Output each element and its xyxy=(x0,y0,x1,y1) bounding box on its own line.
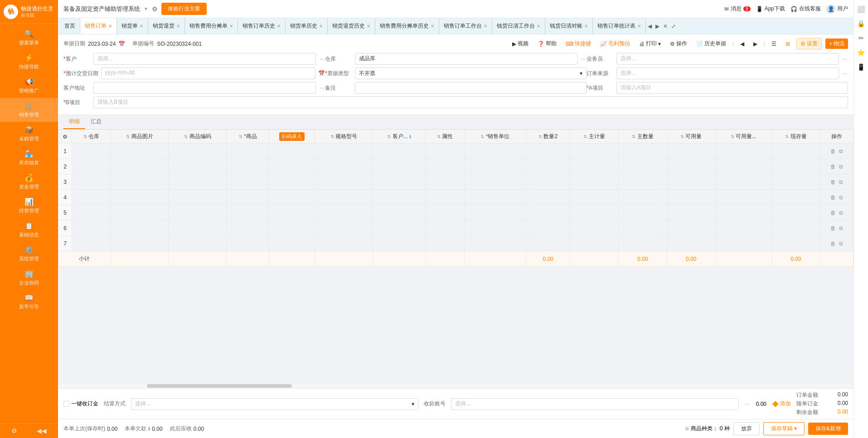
delivery-input[interactable]: yyyy-mm-dd xyxy=(101,67,315,79)
customer-input[interactable]: 选择... xyxy=(93,53,316,65)
address-more-icon[interactable]: ··· xyxy=(319,85,325,91)
col-spec[interactable]: ⇅ 规格型号 xyxy=(315,130,373,144)
account-more-icon[interactable]: ··· xyxy=(744,401,751,407)
tab-next[interactable]: ▶ xyxy=(654,23,661,29)
row-qty2[interactable] xyxy=(526,159,570,174)
row-delete-icon[interactable]: 🗑 xyxy=(830,148,836,154)
customer-more-icon[interactable]: ··· xyxy=(319,56,325,62)
row-main-unit[interactable] xyxy=(570,236,619,251)
row-copy-icon[interactable]: ⧉ xyxy=(839,225,843,231)
row-product[interactable] xyxy=(227,190,269,205)
row-spec[interactable] xyxy=(315,144,373,159)
tab-close-expense-history[interactable]: ✕ xyxy=(431,24,434,29)
right-panel-btn-4[interactable]: ⭐ xyxy=(856,47,867,58)
row-product-code[interactable] xyxy=(169,221,227,236)
row-stock[interactable] xyxy=(771,190,820,205)
row-available[interactable] xyxy=(667,159,715,174)
row-available[interactable] xyxy=(667,144,715,159)
search-circle-icon[interactable]: ⊙ xyxy=(685,425,689,432)
row-product-code[interactable] xyxy=(169,205,227,221)
col-customer-spec[interactable]: ⇅ 客户... ℹ xyxy=(373,130,426,144)
row-product[interactable] xyxy=(227,174,269,190)
row-warehouse[interactable] xyxy=(72,144,111,159)
row-delete-icon[interactable]: 🗑 xyxy=(830,241,836,247)
tab-close-sales-invoice[interactable]: ✕ xyxy=(140,24,143,29)
right-panel-btn-2[interactable]: 🔒 xyxy=(856,18,867,29)
row-main-unit[interactable] xyxy=(570,159,619,174)
tab-summary[interactable]: 汇总 xyxy=(85,115,107,129)
row-product-image[interactable] xyxy=(111,144,169,159)
profit-btn[interactable]: 📈毛利预估 xyxy=(597,39,633,48)
row-delete-icon[interactable]: 🗑 xyxy=(830,225,836,231)
add-btn[interactable]: 🔶 添加 xyxy=(772,400,791,408)
row-available2[interactable] xyxy=(715,221,771,236)
account-select[interactable]: 选择... xyxy=(451,398,738,410)
remarks-input[interactable] xyxy=(355,82,587,94)
row-attr[interactable] xyxy=(426,221,465,236)
tab-prev[interactable]: ◀ xyxy=(646,23,654,29)
invoice-type-select[interactable]: 不开票 ▾ xyxy=(355,67,587,79)
row-customer-spec[interactable] xyxy=(373,221,426,236)
salesperson-input[interactable]: 选择... xyxy=(616,53,839,65)
message-btn[interactable]: ✉ 消息 9 xyxy=(724,5,751,13)
col-available[interactable]: ⇅ 可用量 xyxy=(667,130,715,144)
sidebar-item-system[interactable]: ⚙️系统管理 xyxy=(0,242,58,266)
row-qty2[interactable] xyxy=(526,144,570,159)
date-value[interactable]: 2023-03-24 xyxy=(88,41,116,47)
tab-close-order-workbench[interactable]: ✕ xyxy=(484,24,487,29)
col-product-image[interactable]: ⇅ 商品图片 xyxy=(111,130,169,144)
tab-sales-invoice[interactable]: 销货单✕ xyxy=(117,18,148,34)
topbar-settings-icon[interactable]: ⚙ xyxy=(152,5,158,13)
row-customer-spec[interactable] xyxy=(373,159,426,174)
one-click-checkbox[interactable]: 一键收订金 xyxy=(63,400,98,408)
tab-summary[interactable]: 销售订单统计表✕ xyxy=(593,18,646,34)
row-delete-icon[interactable]: 🗑 xyxy=(830,210,836,216)
row-copy-icon[interactable]: ⧉ xyxy=(839,210,843,216)
row-product[interactable] xyxy=(227,221,269,236)
col-qty2[interactable]: ⇅ 数量2 xyxy=(526,130,570,144)
col-stock[interactable]: ⇅ 现存量 xyxy=(771,130,820,144)
row-copy-icon[interactable]: ⧉ xyxy=(839,194,843,201)
row-product-image[interactable] xyxy=(111,236,169,251)
scan-btn[interactable]: 扫码录入 xyxy=(279,132,305,141)
tab-close-sales-expense[interactable]: ✕ xyxy=(229,24,233,29)
row-available2[interactable] xyxy=(715,205,771,221)
tab-order-workbench[interactable]: 销售订单工作台✕ xyxy=(439,18,492,34)
tab-close-sales-order[interactable]: ✕ xyxy=(108,24,112,29)
nav-next-icon[interactable]: ▶ xyxy=(751,40,760,48)
table-scrollbar[interactable] xyxy=(58,383,853,388)
row-customer-spec[interactable] xyxy=(373,174,426,190)
tab-daily-account[interactable]: 钱货日清对账✕ xyxy=(545,18,593,34)
row-product[interactable] xyxy=(227,144,269,159)
row-qty2[interactable] xyxy=(526,205,570,221)
help-btn[interactable]: ❓帮助 xyxy=(535,39,559,48)
tab-close-summary[interactable]: ✕ xyxy=(637,24,641,29)
tab-sales-order-history[interactable]: 销售订单历史✕ xyxy=(238,18,286,34)
row-attr[interactable] xyxy=(426,159,465,174)
row-main-unit[interactable] xyxy=(570,190,619,205)
add-logistics-btn[interactable]: +物流 xyxy=(825,39,848,49)
tab-close-sales-return[interactable]: ✕ xyxy=(176,24,180,29)
row-attr[interactable] xyxy=(426,174,465,190)
setting-btn[interactable]: ⚙设置 xyxy=(796,38,822,49)
sidebar-item-search-menu[interactable]: 🔍搜索菜单 xyxy=(0,26,58,50)
row-customer-spec[interactable] xyxy=(373,236,426,251)
row-product[interactable] xyxy=(227,205,269,221)
sidebar-item-guide[interactable]: 📖新手引导 xyxy=(0,290,58,314)
row-spec[interactable] xyxy=(315,159,373,174)
discard-btn[interactable]: 放弃 xyxy=(733,422,760,435)
row-spec[interactable] xyxy=(315,221,373,236)
right-panel-btn-5[interactable]: 📱 xyxy=(856,62,867,72)
row-available[interactable] xyxy=(667,190,715,205)
row-copy-icon[interactable]: ⧉ xyxy=(839,148,843,154)
row-customer-spec[interactable] xyxy=(373,144,426,159)
row-main-qty[interactable] xyxy=(619,221,667,236)
row-main-qty[interactable] xyxy=(619,205,667,221)
tab-close-return-history[interactable]: ✕ xyxy=(367,24,370,29)
debt-info-icon[interactable]: ℹ xyxy=(148,426,150,431)
address-input[interactable] xyxy=(93,82,316,94)
row-main-qty[interactable] xyxy=(619,144,667,159)
tab-close-sales-order-history[interactable]: ✕ xyxy=(277,24,281,29)
col-available2[interactable]: ⇅ 可用量... xyxy=(715,130,771,144)
tab-return-history[interactable]: 销货退货历史✕ xyxy=(328,18,375,34)
